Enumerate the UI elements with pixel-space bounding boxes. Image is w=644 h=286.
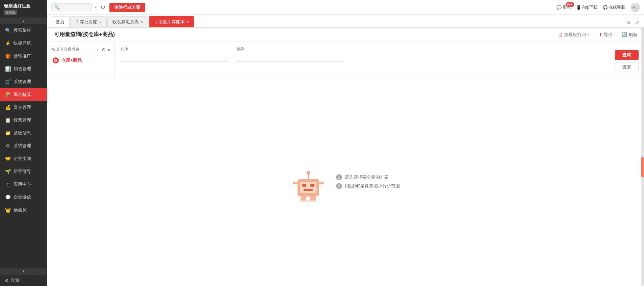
- sidebar-item-search[interactable]: 🔍 搜索菜单: [0, 24, 47, 37]
- tab-available-ledger-close[interactable]: ×: [187, 20, 189, 24]
- warehouse-input[interactable]: [120, 55, 224, 60]
- sidebar-footer-label: 设置: [11, 277, 20, 283]
- tab-receive-summary-label: 收发存汇总表: [112, 19, 139, 25]
- tab-receive-summary-close[interactable]: ×: [141, 20, 143, 24]
- refresh-button[interactable]: 🔄 刷新: [622, 32, 637, 38]
- print-label: 按模板打印: [564, 32, 586, 38]
- collapse-schemes-button[interactable]: «: [108, 47, 110, 52]
- page-header: 可用量查询(按仓库+商品) 🖨 按模板打印 ▾ | ⬆ 导出 | 🔄 刷新: [47, 28, 644, 42]
- sidebar-item-label: 新手引导: [14, 168, 31, 175]
- tab-receive-summary[interactable]: 收发存汇总表 ×: [107, 16, 148, 27]
- box-icon: 📦: [5, 92, 11, 98]
- svg-rect-5: [304, 189, 313, 191]
- search-input[interactable]: [61, 5, 88, 10]
- right-scrollbar[interactable]: [641, 28, 644, 286]
- warehouse-label: 仓库: [120, 47, 228, 52]
- search-icon: 🔍: [54, 5, 60, 10]
- sidebar-item-label: 应用中心: [14, 181, 31, 187]
- sidebar-scroll-down[interactable]: ▼: [0, 268, 47, 274]
- user-avatar[interactable]: Rit: [630, 3, 640, 12]
- sidebar-item-label: 采购管理: [14, 79, 31, 85]
- schemes-panel: 按以下方案查询 ＋ ⊙ « 仓库+商品: [47, 42, 115, 77]
- tab-batch-ledger[interactable]: 库存批次账 ×: [70, 16, 107, 27]
- sidebar-item-quick-nav[interactable]: ⚡ 快捷导航: [0, 37, 47, 50]
- sidebar-item-label: 资金管理: [14, 104, 31, 110]
- divider: |: [593, 32, 594, 37]
- sidebar-item-operations[interactable]: 📋 经营管理: [0, 114, 47, 127]
- svg-rect-11: [319, 182, 324, 184]
- tab-home[interactable]: 首页: [51, 16, 70, 27]
- sidebar-item-wechat[interactable]: 💬 企业微信: [0, 191, 47, 204]
- scheme-item-warehouse-product[interactable]: 仓库+商品: [47, 55, 114, 66]
- empty-tips: 1 请先选择要分析的方案 2 用[过滤]条件来缩小分析范围: [336, 174, 400, 189]
- sidebar-scroll-up[interactable]: ▲: [0, 18, 47, 24]
- online-service-button[interactable]: 🎧 在线客服: [603, 4, 625, 10]
- svg-rect-2: [300, 182, 316, 193]
- message-button[interactable]: 💬 消息 99+: [557, 4, 571, 10]
- sidebar-item-newbie[interactable]: 🌱 新手引导: [0, 165, 47, 178]
- export-button[interactable]: ⬆ 导出: [599, 32, 613, 38]
- product-input[interactable]: [236, 55, 340, 60]
- page-title: 可用量查询(按仓库+商品): [54, 31, 115, 38]
- sidebar-item-purchase[interactable]: 🛒 采购管理: [0, 75, 47, 88]
- sidebar-item-finance[interactable]: 💰 资金管理: [0, 101, 47, 114]
- sidebar-item-cooperation[interactable]: 🤝 企业协同: [0, 152, 47, 165]
- maximize-button[interactable]: ⤢: [634, 18, 641, 27]
- svg-rect-10: [293, 182, 298, 184]
- settings-button[interactable]: 设置: [615, 62, 639, 72]
- warehouse-more-button[interactable]: ···: [225, 56, 228, 60]
- sidebar-item-sales[interactable]: 📊 销售管理: [0, 62, 47, 75]
- sprout-icon: 🌱: [5, 168, 11, 175]
- top-bar-right: 💬 消息 99+ 📱 App下载 🎧 在线客服 Rit: [557, 3, 640, 12]
- money-icon: 💰: [5, 104, 11, 110]
- sidebar-item-app-center[interactable]: 📱 应用中心: [0, 178, 47, 191]
- version-badge: 标准版: [4, 10, 17, 15]
- print-button[interactable]: 🖨 按模板打印 ▾: [558, 32, 589, 38]
- page-actions: 🖨 按模板打印 ▾ | ⬆ 导出 | 🔄 刷新: [558, 32, 637, 38]
- mobile-icon: 📱: [5, 181, 11, 187]
- content-area: 可用量查询(按仓库+商品) 🖨 按模板打印 ▾ | ⬆ 导出 | 🔄 刷新: [47, 28, 644, 286]
- sidebar-item-inventory[interactable]: 📦 库存核算: [0, 88, 47, 101]
- tab-available-ledger[interactable]: 可用量库存账本 ×: [149, 16, 194, 27]
- sidebar-item-label: 企业协同: [14, 156, 31, 162]
- settings-icon[interactable]: ⚙: [99, 3, 107, 12]
- sidebar-nav: 🔍 搜索菜单 ⚡ 快捷导航 🎁 营销推广 📊 销售管理 🛒 采购管理 📦 库存核…: [0, 24, 47, 268]
- close-tab-button[interactable]: ✕: [625, 18, 632, 27]
- scheme-item-label: 仓库+商品: [61, 57, 82, 63]
- search-icon: 🔍: [5, 27, 11, 33]
- sidebar-footer[interactable]: ⚙ 设置: [0, 274, 47, 286]
- chart-icon: 📊: [5, 66, 11, 72]
- cart-icon: 🛒: [5, 79, 11, 85]
- sidebar-item-vip[interactable]: 👑 畅会员: [0, 204, 47, 216]
- search-box[interactable]: 🔍: [51, 3, 92, 11]
- product-more-button[interactable]: ···: [341, 56, 344, 60]
- gear-icon: ⚙: [5, 143, 11, 149]
- product-label: 商品: [236, 47, 344, 52]
- sidebar-item-basic-info[interactable]: 📁 基础信息: [0, 127, 47, 139]
- tab-available-ledger-label: 可用量库存账本: [154, 19, 185, 25]
- settings-icon: ⚙: [5, 278, 9, 283]
- product-input-row: ···: [236, 54, 344, 62]
- sidebar-item-label: 库存核算: [14, 92, 31, 98]
- wechat-icon: 💬: [5, 194, 11, 200]
- query-button[interactable]: 查询: [615, 50, 639, 60]
- query-section: 按以下方案查询 ＋ ⊙ « 仓库+商品: [47, 42, 644, 77]
- trial-button[interactable]: 体验行业方案: [109, 3, 145, 12]
- folder-icon: 📁: [5, 130, 11, 136]
- tab-batch-ledger-close[interactable]: ×: [99, 20, 102, 24]
- chevron-down-icon[interactable]: ▾: [95, 5, 97, 10]
- tab-home-label: 首页: [56, 19, 65, 25]
- scrollbar-thumb[interactable]: [641, 157, 644, 177]
- warehouse-field-group: 仓库 ···: [120, 47, 228, 62]
- tip-num-2: 2: [336, 183, 342, 189]
- handshake-icon: 🤝: [5, 156, 11, 162]
- clipboard-icon: 📋: [5, 117, 11, 123]
- add-scheme-button[interactable]: ＋: [95, 47, 100, 52]
- settings-scheme-button[interactable]: ⊙: [102, 47, 106, 52]
- product-field-group: 商品 ···: [236, 47, 344, 62]
- app-download-button[interactable]: 📱 App下载: [576, 4, 597, 10]
- divider2: |: [617, 32, 618, 37]
- svg-rect-3: [302, 184, 306, 187]
- sidebar-item-marketing[interactable]: 🎁 营销推广: [0, 50, 47, 62]
- sidebar-item-system[interactable]: ⚙ 系统管理: [0, 139, 47, 152]
